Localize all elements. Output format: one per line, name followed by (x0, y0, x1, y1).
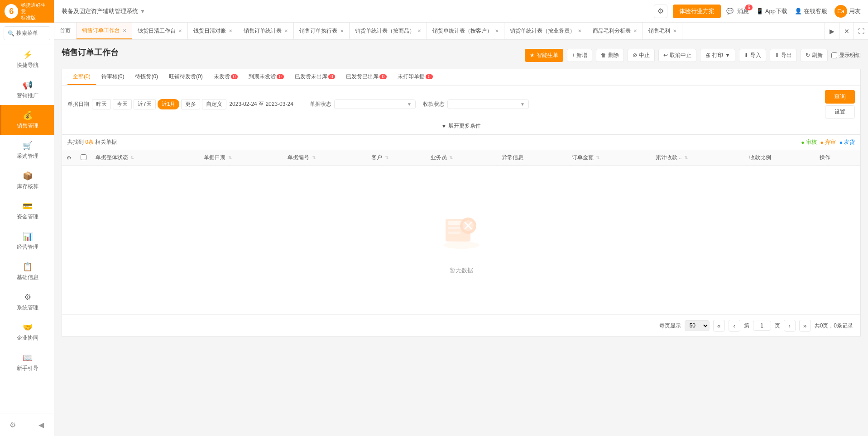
cancel-stop-icon: ↩ (663, 52, 668, 58)
tab-cash-reconcile[interactable]: 钱货日清对账 ✕ (188, 23, 238, 39)
set-button[interactable]: 设置 (825, 105, 855, 118)
subtab-wangpu-ship[interactable]: 旺铺待发货(0) (163, 69, 208, 85)
sidebar-item-inventory[interactable]: 📦 库存核算 (0, 166, 54, 196)
sidebar-item-purchase[interactable]: 🛒 采购管理 (0, 135, 54, 166)
smart-create-button[interactable]: ★ 智能生单 (525, 49, 563, 62)
subtabs-bar: 全部(0) 待审核(0) 待拣货(0) 旺铺待发货(0) 未发货0 到期未发货0… (62, 69, 861, 85)
tab-sales-stats[interactable]: 销售订单统计表 ✕ (238, 23, 294, 39)
subtab-pending-check[interactable]: 待拣货(0) (129, 69, 163, 85)
search-icon: 🔍 (8, 30, 14, 37)
sidebar-item-guide[interactable]: 📖 新手引导 (0, 347, 54, 378)
payment-select[interactable]: ▼ (447, 100, 529, 109)
batch-review-button[interactable]: ● 审核 (801, 138, 816, 146)
tab-close-icon[interactable]: ✕ (495, 28, 499, 33)
app-download-button[interactable]: 📱 App下载 (756, 7, 787, 15)
tab-cash-daily[interactable]: 钱货日清工作台 ✕ (132, 23, 188, 39)
sidebar-item-system[interactable]: ⚙ 系统管理 (0, 287, 54, 317)
tab-sales-stats-customer[interactable]: 销货单统计表（按客户） ✕ (427, 23, 504, 39)
show-detail-input[interactable] (831, 52, 837, 58)
subtab-not-printed[interactable]: 未打印单据0 (392, 69, 438, 85)
tab-gross-margin[interactable]: 商品毛利分析表 ✕ (587, 23, 643, 39)
sidebar-item-sales[interactable]: 💰 销售管理 (0, 105, 54, 135)
tab-close-icon[interactable]: ✕ (673, 28, 676, 33)
search-menu-button[interactable]: 🔍 搜索菜单 (4, 26, 50, 40)
subtab-shipped-not-out[interactable]: 已发货未出库0 (289, 69, 341, 85)
date-more-btn[interactable]: 更多 (181, 99, 200, 109)
tab-sales-profit[interactable]: 销售毛利 ✕ (643, 23, 682, 39)
tab-sales-order-workbench[interactable]: 销售订单工作台 ✕ (77, 23, 132, 39)
tab-close-icon[interactable]: ✕ (633, 28, 637, 33)
col-settings-icon[interactable]: ⚙ (67, 155, 72, 161)
sort-icon[interactable]: ⇅ (130, 155, 134, 160)
sidebar-item-enterprise[interactable]: 🤝 企业协同 (0, 317, 54, 347)
tab-home[interactable]: 首页 (54, 23, 77, 39)
page-number-input[interactable] (753, 321, 771, 331)
date-custom-btn[interactable]: 自定义 (202, 99, 226, 109)
message-icon: 💬 (726, 8, 734, 14)
tab-fullscreen-button[interactable]: ⛶ (854, 23, 868, 40)
subtab-overdue-not-shipped[interactable]: 到期未发货0 (243, 69, 289, 85)
sidebar-item-label: 企业协同 (17, 334, 38, 342)
status-select[interactable]: ▼ (334, 100, 416, 109)
empty-cell: 暂无数据 (62, 166, 860, 315)
user-menu[interactable]: Ea 用友 (834, 5, 861, 18)
page-size-select[interactable]: 50 10 20 100 (685, 320, 710, 331)
tab-sales-stats-product[interactable]: 销货单统计表（按商品） ✕ (350, 23, 427, 39)
subtab-pending-review[interactable]: 待审核(0) (96, 69, 130, 85)
page-next-button[interactable]: › (784, 320, 796, 332)
message-button[interactable]: 💬 6 消息 (726, 7, 749, 15)
tab-close-icon[interactable]: ✕ (578, 28, 581, 33)
tab-close-icon[interactable]: ✕ (123, 28, 126, 33)
tab-scroll-right-button[interactable]: ▶ (825, 23, 839, 40)
tab-close-icon[interactable]: ✕ (284, 28, 288, 33)
tab-sales-exec[interactable]: 销售订单执行表 ✕ (294, 23, 350, 39)
date-1month-btn[interactable]: 近1月 (158, 99, 180, 109)
refresh-button[interactable]: ↻ 刷新 (801, 49, 828, 62)
online-service-button[interactable]: 👤 在线客服 (795, 7, 827, 15)
page-prev-button[interactable]: ‹ (729, 320, 740, 332)
tab-close-icon[interactable]: ✕ (417, 28, 421, 33)
subtab-not-shipped[interactable]: 未发货0 (208, 69, 244, 85)
tab-close-all-button[interactable]: ✕ (839, 23, 854, 40)
new-button[interactable]: + 新增 (567, 49, 592, 62)
topbar-settings-button[interactable]: ⚙ (654, 5, 667, 18)
sort-icon[interactable]: ⇅ (385, 155, 388, 160)
import-button[interactable]: ⬇ 导入 (739, 49, 766, 62)
date-today-btn[interactable]: 今天 (113, 99, 132, 109)
sort-icon[interactable]: ⇅ (312, 155, 316, 160)
sidebar-item-finance[interactable]: 💳 资金管理 (0, 196, 54, 226)
stop-button[interactable]: ⊘ 中止 (628, 49, 655, 62)
sort-icon[interactable]: ⇅ (449, 155, 453, 160)
expand-filter-button[interactable]: ▼ 展开更多条件 (441, 122, 481, 130)
query-button[interactable]: 查询 (825, 90, 855, 104)
sidebar-item-operations[interactable]: 📊 经营管理 (0, 226, 54, 256)
page-last-button[interactable]: » (799, 320, 811, 332)
tab-close-icon[interactable]: ✕ (229, 28, 232, 33)
sort-icon[interactable]: ⇅ (228, 155, 232, 160)
settings-button[interactable]: ⚙ (5, 418, 21, 431)
system-title-dropdown[interactable]: 装备及固定资产辅助管理系统 ▼ (62, 7, 145, 15)
batch-unreview-button[interactable]: ● 弃审 (820, 138, 836, 146)
subtab-all[interactable]: 全部(0) (67, 69, 96, 85)
sidebar-item-quick-nav[interactable]: ⚡ 快捷导航 (0, 44, 54, 75)
tab-sales-stats-employee[interactable]: 销货单统计表（按业务员） ✕ (504, 23, 587, 39)
delete-button[interactable]: 🗑 删除 (596, 49, 624, 62)
batch-ship-button[interactable]: ● 发货 (839, 138, 855, 146)
page-first-button[interactable]: « (713, 320, 725, 332)
tab-close-icon[interactable]: ✕ (340, 28, 344, 33)
select-all-checkbox[interactable] (81, 154, 86, 160)
collapse-button[interactable]: ◀ (33, 418, 49, 431)
date-7days-btn[interactable]: 近7天 (134, 99, 156, 109)
cancel-stop-button[interactable]: ↩ 取消中止 (658, 49, 696, 62)
print-button[interactable]: 🖨 打印 ▼ (700, 49, 735, 62)
sort-icon[interactable]: ⇅ (596, 155, 599, 160)
date-yesterday-btn[interactable]: 昨天 (92, 99, 111, 109)
sidebar-item-basic-info[interactable]: 📋 基础信息 (0, 256, 54, 287)
tab-close-icon[interactable]: ✕ (178, 28, 182, 33)
sort-icon[interactable]: ⇅ (684, 155, 688, 160)
subtab-shipped-out[interactable]: 已发货已出库0 (340, 69, 392, 85)
sidebar-item-marketing[interactable]: 📢 营销推广 (0, 75, 54, 105)
solution-button[interactable]: 体验行业方案 (673, 5, 721, 18)
show-detail-checkbox[interactable]: 显示明细 (831, 52, 861, 59)
export-button[interactable]: ⬆ 导出 (770, 49, 797, 62)
